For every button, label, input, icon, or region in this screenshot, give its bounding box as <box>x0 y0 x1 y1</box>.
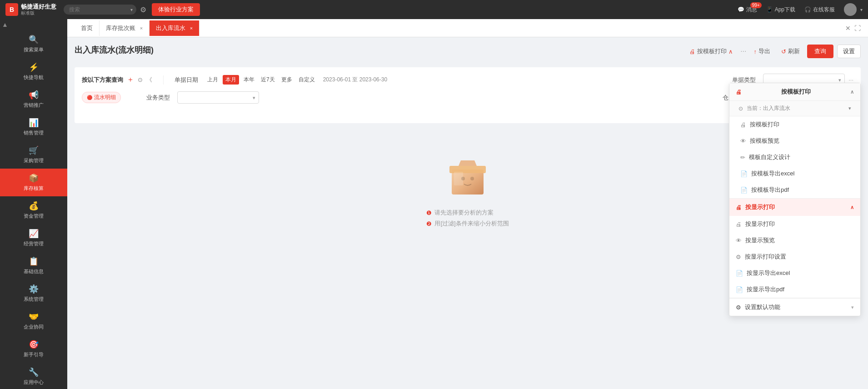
filter-settings-icon[interactable]: ⊙ <box>138 76 143 83</box>
print-current-label: 当前：出入库流水 <box>747 105 848 112</box>
search-input[interactable] <box>64 5 136 15</box>
content-area: 首页 库存批次账 × 出入库流水 × ✕ ⛶ 出入库流水(流水明细) <box>67 19 868 389</box>
sidebar-item-6[interactable]: 💰 资金管理 <box>0 196 67 224</box>
sidebar-icon-8: 📋 <box>29 256 39 266</box>
search-dropdown-icon[interactable]: ▾ <box>130 7 133 12</box>
print-dropdown-collapse-icon[interactable]: ∧ <box>850 89 854 95</box>
tab-inventory-batch-close[interactable]: × <box>140 25 143 31</box>
toolbar-dots[interactable]: ··· <box>740 47 746 55</box>
refresh-button[interactable]: ↺ 刷新 <box>778 45 803 57</box>
empty-step2: ❷ 用[过滤]条件来缩小分析范围 <box>426 219 509 228</box>
sidebar-icon-3: 📊 <box>29 118 39 128</box>
display-export-excel-btn[interactable]: 📄 按显示导出excel <box>729 265 860 281</box>
type-more-icon[interactable]: ··· <box>848 76 853 83</box>
print-current-icon: ⊙ <box>738 105 743 112</box>
sidebar-item-12[interactable]: 🔧 应用中心 <box>0 363 67 389</box>
sidebar-item-2[interactable]: 📢 营销推广 <box>0 85 67 113</box>
tab-inout-flow-close[interactable]: × <box>190 25 193 31</box>
date-btn-current-year[interactable]: 本年 <box>242 75 256 85</box>
print-template-button[interactable]: 🖨 按模板打印 ∧ <box>686 45 737 57</box>
display-print-items: 🖨 按显示打印 👁 按显示预览 ⚙ 按显示打印设置 📄 <box>729 216 860 298</box>
export-icon: ↑ <box>754 48 757 55</box>
online-service-button[interactable]: 🎧 在线客服 <box>804 6 835 14</box>
sidebar-item-5[interactable]: 📦 库存核算 <box>0 169 67 196</box>
print-dropdown-panel: 🖨 按模板打印 ∧ ⊙ 当前：出入库流水 ▾ 🖨 按模板打印 <box>729 83 861 316</box>
sidebar-item-4[interactable]: 🛒 采购管理 <box>0 141 67 169</box>
date-btn-more[interactable]: 更多 <box>279 75 294 85</box>
setting-button[interactable]: 设置 <box>837 45 861 58</box>
logo: B 畅捷通好生意 标准版 <box>5 3 56 16</box>
print-template-preview[interactable]: 👁 按模板预览 <box>729 133 860 149</box>
message-button[interactable]: 💬 消息 99+ <box>738 6 757 14</box>
business-type-label: 业务类型 <box>146 94 174 102</box>
sidebar-icon-2: 📢 <box>29 90 39 100</box>
display-printer-icon: 🖨 <box>736 221 742 228</box>
tab-inout-flow[interactable]: 出入库流水 × <box>150 20 200 36</box>
print-icon: 🖨 <box>689 48 695 55</box>
app-wrapper: B 畅捷通好生意 标准版 ▾ ⚙ 体验行业方案 💬 消息 99+ 📱 App下载 <box>0 0 868 389</box>
set-default-button[interactable]: ⚙ 设置默认功能 ▾ <box>729 298 860 316</box>
display-print-btn[interactable]: 🖨 按显示打印 <box>729 216 860 232</box>
pdf-icon: 📄 <box>740 187 748 194</box>
print-current-chevron[interactable]: ▾ <box>848 105 851 111</box>
sidebar-label-5: 库存核算 <box>24 185 44 192</box>
date-btn-custom[interactable]: 自定义 <box>297 75 317 85</box>
display-print-settings-btn[interactable]: ⚙ 按显示打印设置 <box>729 249 860 265</box>
svg-point-4 <box>470 177 474 180</box>
tag-label: 流水明细 <box>94 94 116 101</box>
display-print-header[interactable]: 🖨 按显示打印 ∧ <box>729 199 860 216</box>
sidebar-item-7[interactable]: 📈 经营管理 <box>0 224 67 252</box>
close-window-icon[interactable]: ✕ <box>845 25 851 32</box>
date-range-display: 2023-06-01 至 2023-06-30 <box>323 76 387 84</box>
main-area: ▲ 🔍 搜索菜单 ⚡ 快捷导航 📢 营销推广 📊 销售管理 🛒 采购管理 📦 库… <box>0 19 868 389</box>
industry-solution-button[interactable]: 体验行业方案 <box>152 3 200 16</box>
print-template-export-excel[interactable]: 📄 按模板导出excel <box>729 165 860 182</box>
filter-collapse-icon[interactable]: 《 <box>146 76 152 84</box>
display-preview-btn[interactable]: 👁 按显示预览 <box>729 232 860 249</box>
sidebar-item-0[interactable]: 🔍 搜索菜单 <box>0 30 67 58</box>
export-button[interactable]: ↑ 导出 <box>750 45 774 57</box>
expand-window-icon[interactable]: ⛶ <box>854 25 861 32</box>
add-filter-icon[interactable]: ＋ <box>127 75 134 85</box>
tab-window-controls: ✕ ⛶ <box>845 25 861 32</box>
filter-date-section: 单据日期 上月 本月 本年 近7天 更多 自定义 2023-06-01 至 20… <box>175 75 387 85</box>
tab-inventory-batch[interactable]: 库存批次账 × <box>100 20 150 36</box>
sidebar-item-11[interactable]: 🎯 新手引导 <box>0 335 67 363</box>
print-template-export-pdf[interactable]: 📄 按模板导出pdf <box>729 182 860 198</box>
print-template-design[interactable]: ✏ 模板自定义设计 <box>729 149 860 165</box>
sidebar-item-3[interactable]: 📊 销售管理 <box>0 113 67 141</box>
sidebar-icon-12: 🔧 <box>29 367 39 377</box>
date-btn-current-month[interactable]: 本月 <box>223 75 239 85</box>
user-profile[interactable]: ▾ <box>844 3 863 16</box>
sidebar-item-1[interactable]: ⚡ 快捷导航 <box>0 58 67 85</box>
display-pdf-icon: 📄 <box>736 286 743 293</box>
sidebar-icon-6: 💰 <box>29 201 39 211</box>
sidebar-icon-4: 🛒 <box>29 145 39 155</box>
print-dropdown-header: 🖨 按模板打印 ∧ <box>729 83 860 101</box>
refresh-icon: ↺ <box>781 48 786 55</box>
app-download-button[interactable]: 📱 App下载 <box>766 6 795 14</box>
sidebar-item-8[interactable]: 📋 基础信息 <box>0 252 67 279</box>
sidebar-item-10[interactable]: 🤝 企业协同 <box>0 307 67 335</box>
display-excel-icon: 📄 <box>736 270 743 277</box>
date-btn-last-7days[interactable]: 近7天 <box>259 75 277 85</box>
query-button[interactable]: 查询 <box>807 45 833 58</box>
sidebar-item-9[interactable]: ⚙️ 系统管理 <box>0 279 67 307</box>
empty-illustration <box>440 156 495 201</box>
empty-text-container: ❶ 请先选择要分析的方案 ❷ 用[过滤]条件来缩小分析范围 <box>426 209 509 230</box>
display-export-pdf-btn[interactable]: 📄 按显示导出pdf <box>729 281 860 298</box>
business-type-select[interactable] <box>177 91 259 104</box>
sidebar-scroll-up[interactable]: ▲ <box>0 19 67 30</box>
sidebar-label-4: 采购管理 <box>24 157 44 164</box>
top-bar-right: 💬 消息 99+ 📱 App下载 🎧 在线客服 ▾ <box>738 3 863 16</box>
print-template-print[interactable]: 🖨 按模板打印 <box>729 116 860 133</box>
date-btn-last-month[interactable]: 上月 <box>205 75 220 85</box>
settings-gear-icon[interactable]: ⚙ <box>140 5 146 14</box>
flow-detail-tag[interactable]: 🔴 流水明细 <box>82 92 121 103</box>
date-shortcuts: 上月 本月 本年 近7天 更多 自定义 <box>205 75 317 85</box>
sidebar-items: 🔍 搜索菜单 ⚡ 快捷导航 📢 营销推广 📊 销售管理 🛒 采购管理 📦 库存核… <box>0 30 67 389</box>
filter-business-section: 业务类型 <box>146 91 259 104</box>
tab-home[interactable]: 首页 <box>75 20 100 36</box>
sidebar-label-12: 应用中心 <box>24 379 44 386</box>
preview-icon: 👁 <box>740 138 746 145</box>
